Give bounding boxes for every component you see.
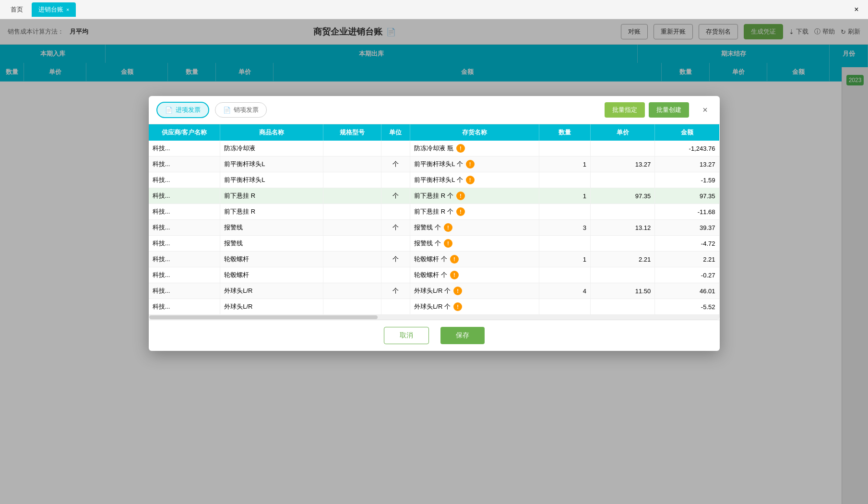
cell-qty: [539, 172, 590, 188]
cell-amount: 39.37: [655, 220, 719, 236]
horizontal-scrollbar[interactable]: [149, 315, 720, 320]
tab-outbound-invoice[interactable]: 📄 销项发票: [215, 102, 267, 118]
cell-product: 报警线: [220, 236, 323, 252]
col-supplier: 供应商/客户名称: [149, 124, 220, 141]
cell-product: 前下悬挂 R: [220, 204, 323, 220]
warning-icon: !: [444, 239, 452, 248]
invoice-table: 供应商/客户名称 商品名称 规格型号 单位 存货名称 数量 单价 金额 科技..…: [149, 124, 720, 315]
warning-icon: !: [456, 144, 465, 153]
cell-inventory: 外球头L/R 个 !: [410, 283, 539, 299]
cell-qty: 4: [539, 283, 590, 299]
cell-price: 11.50: [590, 283, 654, 299]
cell-spec: [323, 267, 381, 283]
cell-product: 前下悬挂 R: [220, 188, 323, 204]
col-price: 单价: [590, 124, 654, 141]
cell-qty: [539, 204, 590, 220]
cell-supplier: 科技...: [149, 156, 220, 172]
cell-supplier: 科技...: [149, 236, 220, 252]
cell-price: [590, 299, 654, 315]
tab-home[interactable]: 首页: [4, 2, 30, 17]
table-row: 科技...前下悬挂 R 前下悬挂 R 个 ! -11.68: [149, 204, 720, 220]
inventory-name: 前平衡杆球头L 个: [414, 160, 463, 168]
cell-supplier: 科技...: [149, 283, 220, 299]
cancel-button[interactable]: 取消: [384, 327, 429, 344]
cell-qty: 1: [539, 252, 590, 267]
tab-inbound-label: 进项发票: [176, 106, 201, 114]
inventory-name: 防冻冷却液 瓶: [414, 144, 453, 153]
batch-assign-button[interactable]: 批量指定: [605, 102, 645, 118]
table-row: 科技...轮毂螺杆 轮毂螺杆 个 ! -0.27: [149, 267, 720, 283]
table-header-row: 供应商/客户名称 商品名称 规格型号 单位 存货名称 数量 单价 金额: [149, 124, 720, 141]
cell-product: 防冻冷却液: [220, 141, 323, 156]
warning-icon: !: [444, 223, 452, 232]
col-qty: 数量: [539, 124, 590, 141]
cell-inventory: 外球头L/R 个 !: [410, 299, 539, 315]
cell-price: [590, 204, 654, 220]
cell-product: 报警线: [220, 220, 323, 236]
scrollbar-thumb[interactable]: [149, 315, 378, 319]
inventory-name: 外球头L/R 个: [414, 302, 451, 311]
window-close-button[interactable]: ×: [849, 2, 864, 17]
cell-price: 2.21: [590, 252, 654, 267]
cell-supplier: 科技...: [149, 172, 220, 188]
cell-supplier: 科技...: [149, 267, 220, 283]
warning-icon: !: [456, 207, 465, 216]
cell-inventory: 前平衡杆球头L 个 !: [410, 156, 539, 172]
tab-active[interactable]: 进销台账 ×: [32, 2, 76, 17]
cell-supplier: 科技...: [149, 204, 220, 220]
cell-unit: 个: [381, 252, 410, 267]
cell-spec: [323, 283, 381, 299]
table-row: 科技...前平衡杆球头L个 前平衡杆球头L 个 ! 113.2713.27: [149, 156, 720, 172]
modal-backdrop: 📄 进项发票 📄 销项发票 批量指定 批量创建 ×: [0, 19, 868, 504]
modal-footer: 取消 保存: [149, 320, 720, 351]
cell-inventory: 防冻冷却液 瓶 !: [410, 141, 539, 156]
table-row: 科技...外球头L/R个 外球头L/R 个 ! 411.5046.01: [149, 283, 720, 299]
cell-spec: [323, 299, 381, 315]
cell-price: [590, 267, 654, 283]
cell-spec: [323, 252, 381, 267]
cell-amount: 2.21: [655, 252, 719, 267]
inventory-name: 前下悬挂 R 个: [414, 207, 453, 216]
cell-amount: -0.27: [655, 267, 719, 283]
cell-spec: [323, 220, 381, 236]
warning-icon: !: [456, 192, 465, 200]
cell-amount: -11.68: [655, 204, 719, 220]
cell-price: [590, 141, 654, 156]
cell-spec: [323, 141, 381, 156]
tab-close-icon[interactable]: ×: [66, 7, 69, 12]
cell-unit: [381, 141, 410, 156]
cell-supplier: 科技...: [149, 188, 220, 204]
warning-icon: !: [453, 302, 462, 311]
cell-product: 外球头L/R: [220, 299, 323, 315]
cell-inventory: 前下悬挂 R 个 !: [410, 188, 539, 204]
cell-unit: 个: [381, 283, 410, 299]
cell-unit: [381, 236, 410, 252]
cell-qty: [539, 299, 590, 315]
warning-icon: !: [450, 255, 459, 264]
tab-inbound-invoice[interactable]: 📄 进项发票: [156, 102, 209, 118]
tab-bar: 首页 进销台账 × ×: [0, 0, 868, 19]
batch-create-button[interactable]: 批量创建: [649, 102, 689, 118]
cell-unit: 个: [381, 188, 410, 204]
cell-spec: [323, 172, 381, 188]
modal-close-button[interactable]: ×: [699, 103, 712, 117]
main-area: 销售成本计算方法： 月平均 商贸企业进销台账 📄 对账 重新开账 存货别名 生成…: [0, 19, 868, 504]
cell-amount: -1,243.76: [655, 141, 719, 156]
tab-active-label: 进销台账: [38, 5, 63, 14]
modal-table-container[interactable]: 供应商/客户名称 商品名称 规格型号 单位 存货名称 数量 单价 金额 科技..…: [149, 124, 720, 315]
save-button[interactable]: 保存: [440, 327, 485, 344]
warning-icon: !: [466, 176, 475, 184]
cell-price: [590, 236, 654, 252]
cell-amount: -1.59: [655, 172, 719, 188]
table-row: 科技...防冻冷却液 防冻冷却液 瓶 ! -1,243.76: [149, 141, 720, 156]
cell-amount: 97.35: [655, 188, 719, 204]
table-row: 科技...前平衡杆球头L 前平衡杆球头L 个 ! -1.59: [149, 172, 720, 188]
cell-spec: [323, 236, 381, 252]
inventory-name: 轮毂螺杆 个: [414, 271, 447, 279]
cell-spec: [323, 188, 381, 204]
inventory-name: 报警线 个: [414, 223, 441, 232]
cell-product: 轮毂螺杆: [220, 252, 323, 267]
cell-price: 13.12: [590, 220, 654, 236]
inventory-name: 报警线 个: [414, 239, 441, 248]
col-product: 商品名称: [220, 124, 323, 141]
